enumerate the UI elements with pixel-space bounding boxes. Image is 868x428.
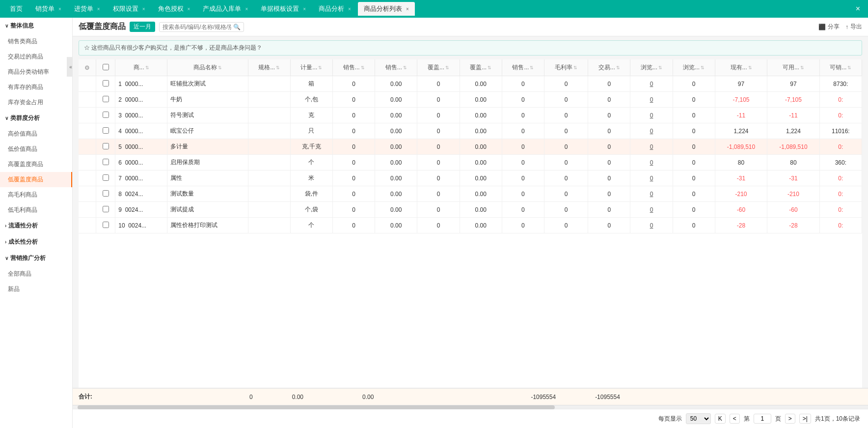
row-browse1[interactable]: 0: [630, 202, 673, 218]
row-browse1[interactable]: 0: [630, 92, 673, 108]
close-icon[interactable]: ×: [188, 6, 190, 12]
sidebar-item-high-value[interactable]: 高价值商品: [0, 126, 72, 142]
row-select-checkbox[interactable]: [103, 159, 109, 165]
sidebar-section-marketing[interactable]: ∨ 营销推广分析: [0, 250, 72, 266]
row-select-checkbox[interactable]: [103, 190, 109, 197]
nav-tab-sales[interactable]: 销货单 ×: [29, 2, 67, 16]
row-browse1[interactable]: 0: [630, 155, 673, 171]
search-input[interactable]: [163, 24, 231, 30]
row-browse2: 0: [673, 155, 715, 171]
nav-tab-purchase[interactable]: 进货单 ×: [68, 2, 106, 16]
row-checkbox[interactable]: [96, 218, 115, 233]
col-browse1[interactable]: 浏览...⇅: [630, 59, 673, 76]
col-browse2[interactable]: 浏览...⇅: [673, 59, 715, 76]
sidebar-item-traded-goods[interactable]: 交易过的商品: [0, 49, 72, 64]
col-coverage2[interactable]: 覆盖...⇅: [460, 59, 502, 76]
col-trade[interactable]: 交易...⇅: [588, 59, 630, 76]
sidebar-item-category-rate[interactable]: 商品分类动销率: [0, 64, 72, 80]
row-browse1[interactable]: 0: [630, 108, 673, 123]
close-icon[interactable]: ×: [97, 6, 100, 12]
row-checkbox[interactable]: [96, 202, 115, 218]
col-unit[interactable]: 计量...⇅: [290, 59, 332, 76]
nav-tab-analysis[interactable]: 商品分析 ×: [313, 2, 357, 16]
nav-tab-products[interactable]: 产成品入库单 ×: [197, 2, 254, 16]
sidebar-item-low-value[interactable]: 低价值商品: [0, 142, 72, 157]
prev-page-button[interactable]: <: [730, 414, 740, 424]
row-select-checkbox[interactable]: [103, 206, 109, 212]
sidebar-section-growth[interactable]: › 成长性分析: [0, 234, 72, 250]
row-select-checkbox[interactable]: [103, 112, 109, 118]
last-page-button[interactable]: >|: [799, 414, 811, 424]
col-name[interactable]: 商品名称⇅: [167, 59, 248, 76]
sidebar-section-overview[interactable]: ∨ 整体信息: [0, 18, 72, 34]
sidebar-collapse-button[interactable]: «: [67, 57, 73, 77]
row-browse1[interactable]: 0: [630, 123, 673, 139]
row-checkbox[interactable]: [96, 139, 115, 155]
col-sellable[interactable]: 可销...⇅: [819, 59, 862, 76]
row-select-checkbox[interactable]: [103, 127, 109, 134]
col-sales-rate[interactable]: 销售...⇅: [502, 59, 544, 76]
share-button[interactable]: ⬛ 分享: [818, 23, 840, 31]
row-browse1[interactable]: 0: [630, 171, 673, 186]
row-browse1[interactable]: 0: [630, 76, 673, 92]
nav-tab-home[interactable]: 首页: [4, 2, 28, 16]
row-select-checkbox[interactable]: [103, 80, 109, 86]
row-checkbox[interactable]: [96, 186, 115, 202]
sidebar-item-all-goods[interactable]: 全部商品: [0, 266, 72, 282]
col-checkbox[interactable]: [96, 59, 115, 76]
page-size-select[interactable]: 20 50 100: [686, 413, 711, 424]
close-icon[interactable]: ×: [406, 6, 409, 12]
row-checkbox[interactable]: [96, 92, 115, 108]
col-coverage1[interactable]: 覆盖...⇅: [417, 59, 460, 76]
sidebar-item-low-coverage[interactable]: 低覆盖度商品: [0, 172, 72, 187]
sidebar-item-stock-capital[interactable]: 库存资金占用: [0, 95, 72, 110]
row-checkbox[interactable]: [96, 123, 115, 139]
sidebar-section-circulation[interactable]: › 流通性分析: [0, 218, 72, 234]
row-select-checkbox[interactable]: [103, 96, 109, 102]
nav-tab-roles[interactable]: 角色授权 ×: [152, 2, 196, 16]
row-browse1[interactable]: 0: [630, 218, 673, 233]
first-page-button[interactable]: K: [715, 414, 726, 424]
sidebar-item-sales-goods[interactable]: 销售类商品: [0, 34, 72, 49]
col-current-stock[interactable]: 现有...⇅: [715, 59, 767, 76]
row-checkbox[interactable]: [96, 76, 115, 92]
col-settings[interactable]: ⚙: [79, 59, 96, 76]
row-sellable: 0:: [819, 92, 862, 108]
row-select-checkbox[interactable]: [103, 222, 109, 228]
top-navigation: 首页 销货单 × 进货单 × 权限设置 × 角色授权 × 产成品入库单 × 单据…: [0, 0, 868, 18]
row-select-checkbox[interactable]: [103, 174, 109, 181]
col-sales-qty[interactable]: 销售...⇅: [332, 59, 375, 76]
row-checkbox[interactable]: [96, 155, 115, 171]
row-browse1[interactable]: 0: [630, 186, 673, 202]
time-filter-button[interactable]: 近一月: [130, 22, 155, 32]
next-page-button[interactable]: >: [785, 414, 795, 424]
close-icon[interactable]: ×: [348, 6, 351, 12]
col-available[interactable]: 可用...⇅: [767, 59, 819, 76]
page-number-input[interactable]: [754, 414, 771, 424]
row-checkbox[interactable]: [96, 108, 115, 123]
close-icon[interactable]: ×: [58, 6, 61, 12]
sidebar-item-new-goods[interactable]: 新品: [0, 282, 72, 297]
col-gross-margin[interactable]: 毛利率⇅: [544, 59, 588, 76]
nav-tab-analysis-list[interactable]: 商品分析列表 ×: [358, 2, 415, 16]
close-all-tabs-button[interactable]: ×: [852, 4, 864, 13]
row-browse1[interactable]: 0: [630, 139, 673, 155]
nav-tab-permissions[interactable]: 权限设置 ×: [107, 2, 151, 16]
sidebar-item-high-coverage[interactable]: 高覆盖度商品: [0, 157, 72, 172]
nav-tab-templates[interactable]: 单据模板设置 ×: [255, 2, 312, 16]
row-select-checkbox[interactable]: [103, 143, 109, 149]
close-icon[interactable]: ×: [303, 6, 306, 12]
search-icon[interactable]: 🔍: [233, 24, 241, 30]
sidebar-item-stock-goods[interactable]: 有库存的商品: [0, 80, 72, 95]
row-checkbox[interactable]: [96, 171, 115, 186]
close-icon[interactable]: ×: [142, 6, 145, 12]
sidebar-section-cluster[interactable]: ∨ 类群度分析: [0, 110, 72, 126]
sidebar-item-high-margin[interactable]: 高毛利商品: [0, 187, 72, 202]
col-sales-amount[interactable]: 销售...⇅: [375, 59, 417, 76]
close-icon[interactable]: ×: [245, 6, 248, 12]
col-spec[interactable]: 规格...⇅: [248, 59, 290, 76]
col-code[interactable]: 商...⇅: [115, 59, 167, 76]
export-button[interactable]: ↑ 导出: [845, 23, 862, 31]
select-all-checkbox[interactable]: [103, 64, 109, 70]
sidebar-item-low-margin[interactable]: 低毛利商品: [0, 202, 72, 218]
